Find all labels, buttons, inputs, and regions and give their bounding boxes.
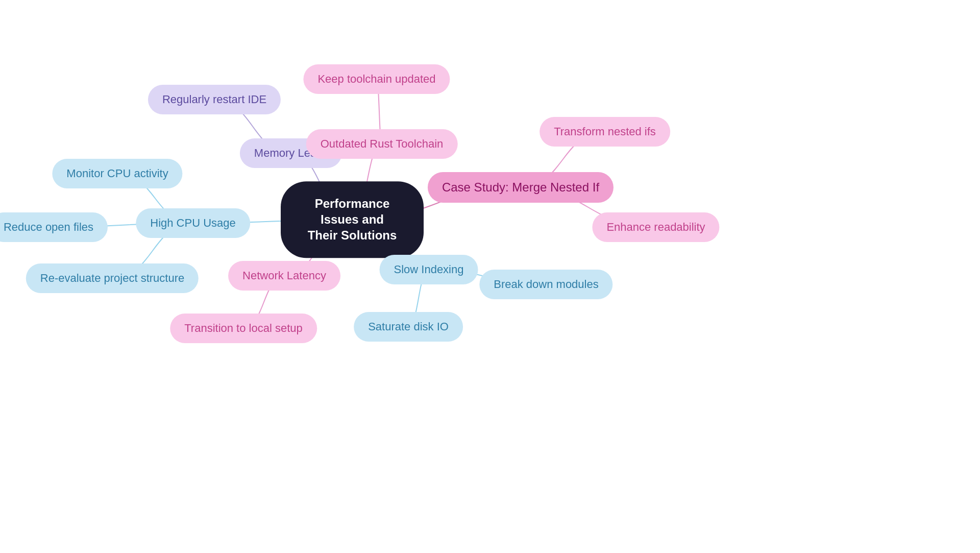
break-down-node[interactable]: Break down modules <box>479 270 612 299</box>
mind-map: Performance Issues and Their Solutions M… <box>0 0 980 553</box>
enhance-readability-node[interactable]: Enhance readability <box>592 212 719 242</box>
center-node[interactable]: Performance Issues and Their Solutions <box>281 181 424 258</box>
slow-indexing-node[interactable]: Slow Indexing <box>380 255 478 284</box>
transition-local-node[interactable]: Transition to local setup <box>170 314 317 343</box>
reduce-files-node[interactable]: Reduce open files <box>0 212 108 242</box>
center-label: Performance Issues and Their Solutions <box>305 196 399 244</box>
outdated-rust-node[interactable]: Outdated Rust Toolchain <box>306 129 458 159</box>
transform-nested-node[interactable]: Transform nested ifs <box>540 117 670 147</box>
high-cpu-node[interactable]: High CPU Usage <box>136 208 250 238</box>
re-evaluate-node[interactable]: Re-evaluate project structure <box>26 263 199 293</box>
regularly-restart-node[interactable]: Regularly restart IDE <box>148 85 281 114</box>
case-study-node[interactable]: Case Study: Merge Nested If <box>428 172 614 203</box>
saturate-disk-node[interactable]: Saturate disk IO <box>354 312 463 342</box>
monitor-cpu-node[interactable]: Monitor CPU activity <box>52 159 182 188</box>
keep-toolchain-node[interactable]: Keep toolchain updated <box>303 64 450 94</box>
network-latency-node[interactable]: Network Latency <box>228 261 340 291</box>
